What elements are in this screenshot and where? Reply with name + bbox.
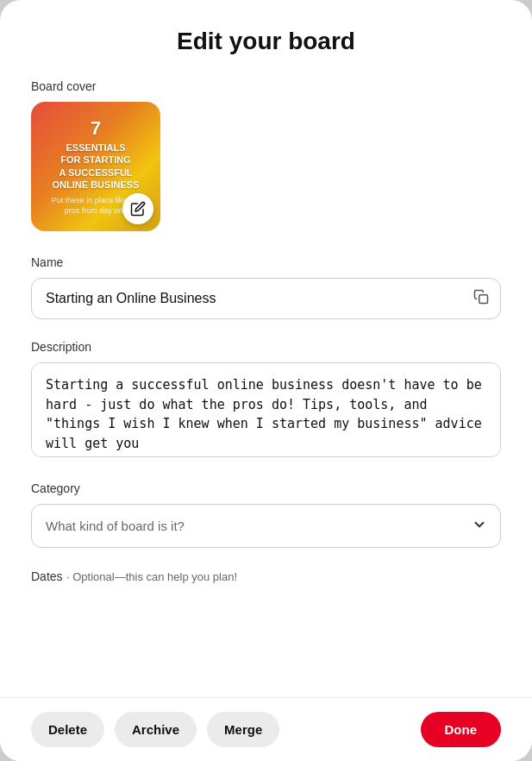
dates-sublabel: · Optional—this can help you plan! — [66, 570, 237, 583]
modal-title: Edit your board — [31, 28, 501, 55]
category-select[interactable]: What kind of board is it? Art Business D… — [31, 504, 501, 548]
description-textarea[interactable]: Starting a successful online business do… — [31, 362, 501, 457]
modal-content: Edit your board Board cover 7 ESSENTIALS… — [0, 0, 532, 697]
cover-line4: ONLINE BUSINESS — [53, 179, 140, 191]
edit-board-modal: Edit your board Board cover 7 ESSENTIALS… — [0, 0, 532, 761]
board-cover-section: Board cover 7 ESSENTIALS FOR STARTING A … — [31, 79, 501, 231]
footer: Delete Archive Merge Done — [0, 698, 532, 761]
category-section: Category What kind of board is it? Art B… — [31, 481, 501, 548]
board-cover-wrapper: 7 ESSENTIALS FOR STARTING A SUCCESSFUL O… — [31, 102, 160, 231]
dates-label: Dates — [31, 569, 63, 583]
merge-button[interactable]: Merge — [207, 712, 279, 747]
name-section: Name — [31, 255, 501, 319]
name-input[interactable] — [31, 278, 501, 319]
name-label: Name — [31, 255, 501, 269]
description-section: Description Starting a successful online… — [31, 340, 501, 461]
cover-line2: FOR STARTING — [60, 154, 131, 166]
cover-line1: ESSENTIALS — [66, 142, 125, 154]
category-label: Category — [31, 481, 501, 495]
archive-button[interactable]: Archive — [115, 712, 197, 747]
pencil-icon — [130, 201, 146, 217]
cover-number: 7 — [91, 116, 101, 142]
dates-section: Dates · Optional—this can help you plan! — [31, 569, 501, 584]
name-input-wrapper — [31, 278, 501, 319]
delete-button[interactable]: Delete — [31, 712, 104, 747]
board-cover-label: Board cover — [31, 79, 501, 93]
done-button[interactable]: Done — [421, 712, 502, 747]
footer-left-buttons: Delete Archive Merge — [31, 712, 410, 747]
edit-cover-button[interactable] — [122, 193, 153, 224]
cover-line3: A SUCCESSFUL — [59, 167, 132, 179]
category-select-wrapper: What kind of board is it? Art Business D… — [31, 504, 501, 548]
description-label: Description — [31, 340, 501, 354]
